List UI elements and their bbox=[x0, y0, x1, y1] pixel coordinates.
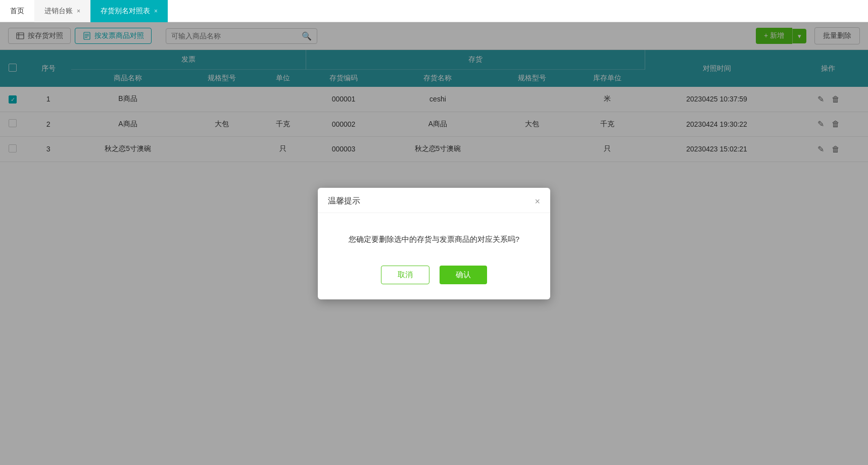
modal-close-btn[interactable]: × bbox=[535, 197, 540, 206]
modal-overlay: 温馨提示 × 您确定要删除选中的存货与发票商品的对应关系吗? 取消 确认 bbox=[0, 22, 868, 465]
modal-title: 温馨提示 bbox=[328, 196, 360, 206]
tab-home-label: 首页 bbox=[10, 7, 24, 16]
modal-header: 温馨提示 × bbox=[318, 188, 550, 213]
tab-home[interactable]: 首页 bbox=[0, 0, 34, 22]
tab-mapping[interactable]: 存货别名对照表 × bbox=[90, 0, 168, 22]
modal-confirm-btn[interactable]: 确认 bbox=[440, 266, 487, 284]
confirm-modal: 温馨提示 × 您确定要删除选中的存货与发票商品的对应关系吗? 取消 确认 bbox=[318, 188, 550, 299]
tab-ledger[interactable]: 进销台账 × bbox=[34, 0, 90, 22]
tab-mapping-label: 存货别名对照表 bbox=[101, 7, 150, 16]
modal-footer: 取消 确认 bbox=[318, 261, 550, 299]
modal-message: 您确定要删除选中的存货与发票商品的对应关系吗? bbox=[333, 233, 535, 245]
tab-ledger-label: 进销台账 bbox=[44, 7, 73, 16]
tab-bar: 首页 进销台账 × 存货别名对照表 × bbox=[0, 0, 868, 22]
tab-ledger-close[interactable]: × bbox=[77, 8, 80, 15]
tab-mapping-close[interactable]: × bbox=[154, 8, 158, 15]
modal-body: 您确定要删除选中的存货与发票商品的对应关系吗? bbox=[318, 213, 550, 261]
main-content: 按存货对照 按发票商品对照 🔍 + 新增 ▾ bbox=[0, 22, 868, 465]
modal-cancel-btn[interactable]: 取消 bbox=[381, 266, 429, 284]
